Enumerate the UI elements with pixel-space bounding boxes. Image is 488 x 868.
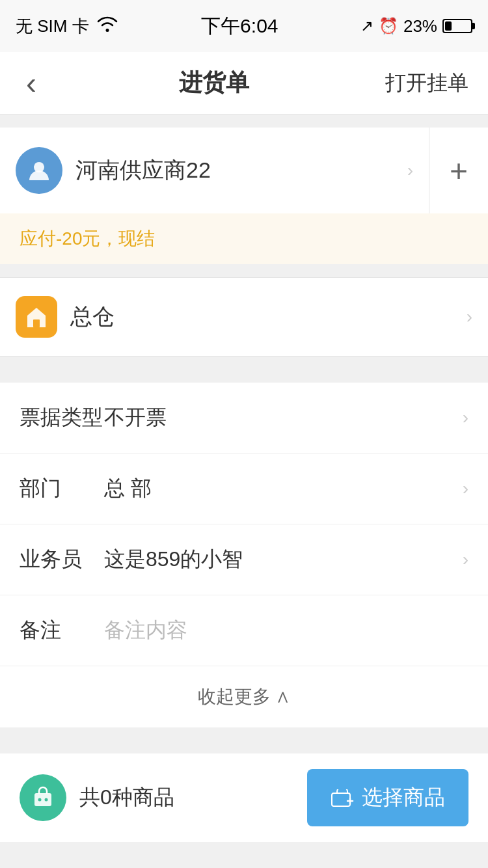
supplier-row[interactable]: 河南供应商22 ›	[0, 128, 429, 213]
remark-label: 备注	[20, 616, 104, 645]
notice-text: 应付-20元，现结	[20, 228, 155, 249]
supplier-avatar	[16, 147, 62, 194]
warehouse-row[interactable]: 总仓 ›	[0, 277, 488, 357]
status-right: ↗ ⏰ 23%	[360, 16, 472, 36]
svg-rect-2	[34, 793, 51, 806]
sales-row[interactable]: 业务员 这是859的小智 ›	[0, 524, 488, 595]
supplier-chevron-icon: ›	[407, 160, 413, 181]
invoice-value: 不开票	[104, 403, 456, 432]
supplier-name: 河南供应商22	[75, 156, 401, 185]
status-left: 无 SIM 卡	[16, 15, 119, 38]
svg-point-4	[45, 798, 48, 802]
supplier-section: 河南供应商22 › +	[0, 128, 488, 213]
invoice-row[interactable]: 票据类型 不开票 ›	[0, 383, 488, 454]
status-time: 下午6:04	[201, 13, 278, 40]
carrier-text: 无 SIM 卡	[16, 15, 89, 38]
product-count-text: 共0种商品	[79, 783, 294, 812]
select-product-label: 选择商品	[362, 783, 445, 812]
back-button[interactable]: ‹	[20, 59, 43, 107]
svg-point-3	[38, 798, 42, 802]
department-chevron-icon: ›	[463, 478, 468, 499]
product-icon	[20, 774, 66, 821]
bottom-bar: 共0种商品 选择商品	[0, 753, 488, 842]
warehouse-icon	[16, 296, 57, 338]
open-pending-button[interactable]: 打开挂单	[385, 69, 468, 98]
department-value: 总 部	[104, 474, 456, 503]
alarm-icon: ⏰	[379, 17, 398, 35]
battery-text: 23%	[403, 16, 437, 36]
divider-1	[0, 115, 488, 128]
remark-input[interactable]: 备注内容	[104, 616, 468, 645]
sales-value: 这是859的小智	[104, 545, 456, 574]
divider-3	[0, 357, 488, 370]
invoice-label: 票据类型	[20, 403, 104, 432]
warehouse-chevron-icon: ›	[467, 306, 472, 327]
sales-label: 业务员	[20, 545, 104, 574]
page-title: 进货单	[179, 67, 249, 99]
remark-row[interactable]: 备注 备注内容	[0, 595, 488, 666]
wifi-icon	[96, 16, 119, 37]
select-product-button[interactable]: 选择商品	[307, 769, 468, 826]
battery-icon	[442, 19, 472, 33]
department-row[interactable]: 部门 总 部 ›	[0, 454, 488, 524]
add-supplier-button[interactable]: +	[429, 128, 488, 213]
notice-banner: 应付-20元，现结	[0, 213, 488, 264]
department-label: 部门	[20, 474, 104, 503]
divider-4	[0, 727, 488, 740]
invoice-chevron-icon: ›	[463, 407, 468, 428]
nav-bar: ‹ 进货单 打开挂单	[0, 52, 488, 115]
select-product-icon	[331, 786, 354, 810]
gps-icon: ↗	[360, 17, 373, 35]
warehouse-name: 总仓	[70, 302, 460, 332]
page-filler	[0, 842, 488, 868]
divider-2	[0, 264, 488, 277]
status-bar: 无 SIM 卡 下午6:04 ↗ ⏰ 23%	[0, 0, 488, 52]
svg-rect-1	[33, 319, 40, 327]
svg-rect-5	[332, 793, 350, 806]
collapse-button[interactable]: 收起更多 ∧	[0, 666, 488, 727]
form-section: 票据类型 不开票 › 部门 总 部 › 业务员 这是859的小智 › 备注 备注…	[0, 383, 488, 666]
sales-chevron-icon: ›	[463, 549, 468, 570]
